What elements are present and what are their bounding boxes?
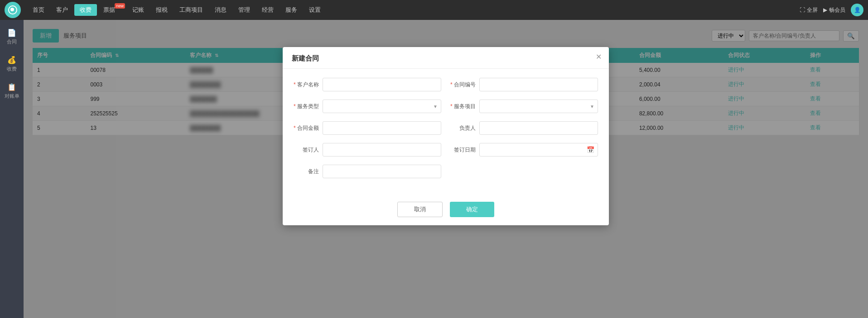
responsible-input[interactable] — [479, 121, 598, 135]
service-item-label: 服务项目 — [450, 103, 476, 110]
form-group-responsible: 负责人 — [450, 121, 598, 135]
form-group-customer-name: 客户名称 — [294, 78, 441, 91]
new-contract-modal: 新建合同 ✕ 客户名称 合同编号 服务类型 — [283, 47, 609, 225]
calendar-icon[interactable]: 📅 — [587, 146, 594, 153]
nav-item-ticket[interactable]: 票据 new — [98, 4, 126, 16]
form-row-3: 合同金额 0.00 负责人 — [294, 121, 598, 135]
charge-icon: 💰 — [7, 55, 16, 64]
sidebar-item-charge[interactable]: 💰 收费 — [2, 52, 22, 76]
sign-date-label: 签订日期 — [450, 146, 476, 154]
modal-footer: 取消 确定 — [283, 195, 609, 225]
nav-item-tax[interactable]: 报税 — [150, 4, 173, 16]
modal-body: 客户名称 合同编号 服务类型 服务项目 — [283, 69, 609, 195]
contract-icon: 📄 — [7, 28, 16, 37]
avatar-icon: 👤 — [854, 7, 861, 13]
form-group-sign-date: 签订日期 2023-06-06 📅 — [450, 143, 598, 157]
member-button[interactable]: ▶ 畅会员 — [823, 6, 845, 14]
nav-item-manage[interactable]: 管理 — [233, 4, 256, 16]
cancel-button[interactable]: 取消 — [397, 202, 443, 217]
form-group-signer: 签订人 — [294, 143, 441, 157]
remark-label: 备注 — [294, 168, 319, 176]
signer-label: 签订人 — [294, 146, 319, 154]
service-type-label: 服务类型 — [294, 103, 319, 110]
nav-item-message[interactable]: 消息 — [209, 4, 232, 16]
form-group-service-item: 服务项目 — [450, 100, 598, 113]
form-row-2: 服务类型 服务项目 — [294, 100, 598, 113]
confirm-button[interactable]: 确定 — [450, 202, 494, 217]
statement-icon: 📋 — [7, 82, 16, 91]
top-nav: 首页 客户 收费 票据 new 记账 报税 工商项目 消息 管理 经营 服务 设… — [0, 0, 868, 20]
form-row-4: 签订人 签订日期 2023-06-06 📅 — [294, 143, 598, 157]
nav-item-industrial[interactable]: 工商项目 — [174, 4, 208, 16]
play-icon: ▶ — [823, 7, 827, 13]
remark-input[interactable] — [323, 165, 441, 178]
amount-input[interactable]: 0.00 — [323, 121, 441, 135]
fullscreen-button[interactable]: ⛶ 全屏 — [800, 6, 818, 14]
nav-item-service[interactable]: 服务 — [280, 4, 303, 16]
customer-name-input[interactable] — [323, 78, 441, 91]
nav-right: ⛶ 全屏 ▶ 畅会员 👤 — [800, 4, 863, 16]
avatar[interactable]: 👤 — [851, 4, 863, 16]
modal-title: 新建合同 — [292, 54, 319, 62]
nav-item-operation[interactable]: 经营 — [256, 4, 279, 16]
app-logo — [5, 2, 21, 18]
service-item-select-wrapper — [479, 100, 598, 113]
sign-date-input[interactable]: 2023-06-06 — [479, 143, 598, 157]
modal-overlay: 新建合同 ✕ 客户名称 合同编号 服务类型 — [24, 20, 868, 318]
service-item-select[interactable] — [479, 100, 598, 113]
signer-input[interactable] — [323, 143, 441, 157]
nav-item-charge[interactable]: 收费 — [74, 4, 97, 16]
form-group-service-type: 服务类型 — [294, 100, 441, 113]
nav-item-settings[interactable]: 设置 — [304, 4, 326, 16]
sidebar-item-statement[interactable]: 📋 对账单 — [2, 79, 22, 103]
modal-header: 新建合同 ✕ — [283, 47, 609, 69]
form-row-1: 客户名称 合同编号 — [294, 78, 598, 91]
sidebar-item-contract[interactable]: 📄 合同 — [2, 24, 22, 49]
service-type-select-wrapper — [323, 100, 441, 113]
sidebar: 📄 合同 💰 收费 📋 对账单 — [0, 20, 24, 318]
form-group-contract-no: 合同编号 — [450, 78, 598, 91]
contract-no-input[interactable] — [479, 78, 598, 91]
form-row-5: 备注 — [294, 165, 598, 178]
new-badge: new — [115, 3, 125, 9]
contract-no-label: 合同编号 — [450, 81, 476, 89]
nav-item-client[interactable]: 客户 — [51, 4, 73, 16]
nav-item-bookkeeping[interactable]: 记账 — [127, 4, 149, 16]
service-type-select[interactable] — [323, 100, 441, 113]
modal-close-button[interactable]: ✕ — [596, 52, 602, 61]
responsible-label: 负责人 — [450, 124, 476, 132]
fullscreen-icon: ⛶ — [800, 7, 805, 13]
customer-name-label: 客户名称 — [294, 81, 319, 89]
nav-item-home[interactable]: 首页 — [27, 4, 50, 16]
nav-menu: 首页 客户 收费 票据 new 记账 报税 工商项目 消息 管理 经营 服务 设… — [27, 4, 800, 16]
amount-label: 合同金额 — [294, 124, 319, 132]
form-group-remark: 备注 — [294, 165, 441, 178]
sign-date-wrapper: 2023-06-06 📅 — [479, 143, 598, 157]
form-group-amount: 合同金额 0.00 — [294, 121, 441, 135]
